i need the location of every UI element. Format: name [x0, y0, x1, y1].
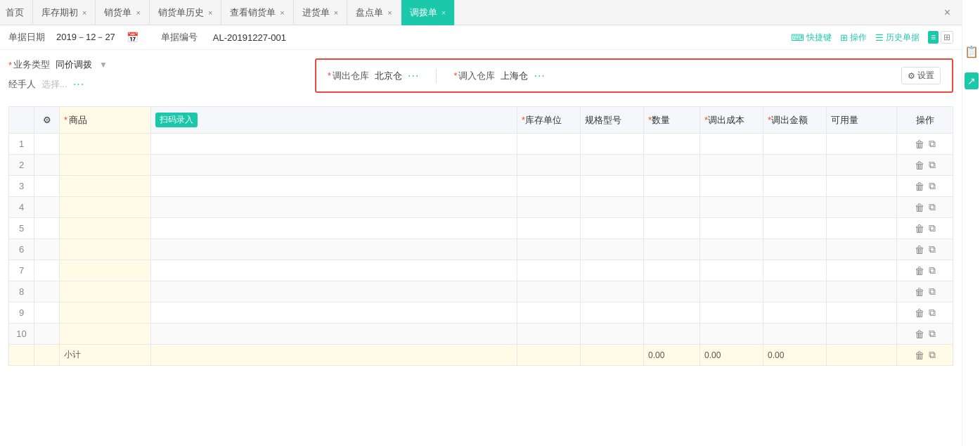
scan-entry-button[interactable]: 扫码录入 [155, 113, 198, 127]
grid-view-icon[interactable]: ⊞ [941, 31, 953, 44]
row-unit[interactable] [517, 324, 581, 345]
row-spec[interactable] [581, 176, 644, 197]
row-product[interactable] [60, 176, 151, 197]
row-product[interactable] [60, 239, 151, 260]
row-copy-icon[interactable]: ⧉ [929, 286, 936, 298]
row-unit[interactable] [517, 218, 581, 239]
row-copy-icon[interactable]: ⧉ [929, 222, 936, 234]
row-unit[interactable] [517, 239, 581, 260]
row-cost[interactable] [700, 176, 763, 197]
row-cost[interactable] [700, 260, 763, 281]
row-amount[interactable] [763, 197, 827, 218]
tab-sales-order[interactable]: 销货单 × [96, 0, 149, 25]
row-spec[interactable] [581, 197, 644, 218]
row-copy-icon[interactable]: ⧉ [929, 159, 936, 171]
row-delete-icon[interactable]: 🗑 [915, 139, 924, 150]
row-amount[interactable] [763, 155, 827, 176]
row-qty[interactable] [644, 134, 700, 155]
row-qty[interactable] [644, 324, 700, 345]
row-qty[interactable] [644, 239, 700, 260]
row-delete-icon[interactable]: 🗑 [915, 202, 924, 213]
window-close-button[interactable]: × [939, 6, 956, 19]
row-copy-icon[interactable]: ⧉ [929, 201, 936, 213]
tab-close-stock-init[interactable]: × [82, 8, 86, 17]
tab-close-purchase[interactable]: × [334, 8, 338, 17]
operations-btn[interactable]: ⊞ 操作 [840, 32, 867, 44]
tab-stock-init[interactable]: 库存期初 × [33, 0, 96, 25]
row-spec[interactable] [581, 324, 644, 345]
row-unit[interactable] [517, 176, 581, 197]
history-btn[interactable]: ☰ 历史单据 [875, 32, 920, 44]
row-spec[interactable] [581, 281, 644, 302]
row-qty[interactable] [644, 218, 700, 239]
row-amount[interactable] [763, 239, 827, 260]
row-qty[interactable] [644, 260, 700, 281]
tab-close-sales-order[interactable]: × [136, 8, 140, 17]
tab-inventory[interactable]: 盘点单 × [347, 0, 401, 25]
row-spec[interactable] [581, 302, 644, 324]
row-spec[interactable] [581, 260, 644, 281]
row-cost[interactable] [700, 302, 763, 324]
row-product[interactable] [60, 324, 151, 345]
view-toggle[interactable]: ≡ ⊞ [928, 31, 953, 44]
shortcuts-btn[interactable]: ⌨ 快捷键 [791, 32, 832, 44]
tab-transfer[interactable]: 调拨单 × [401, 0, 455, 25]
row-cost[interactable] [700, 155, 763, 176]
row-amount[interactable] [763, 302, 827, 324]
row-unit[interactable] [517, 197, 581, 218]
tab-close-inventory[interactable]: × [387, 8, 392, 17]
row-delete-icon[interactable]: 🗑 [915, 265, 924, 276]
subtotal-copy-icon[interactable]: ⧉ [929, 349, 936, 361]
person-select[interactable]: 选择... [41, 78, 67, 91]
row-qty[interactable] [644, 176, 700, 197]
row-copy-icon[interactable]: ⧉ [929, 180, 936, 192]
row-amount[interactable] [763, 260, 827, 281]
tab-close-view-sales[interactable]: × [280, 8, 284, 17]
settings-btn[interactable]: ⚙ 设置 [901, 67, 941, 84]
row-delete-icon[interactable]: 🗑 [915, 329, 924, 340]
row-copy-icon[interactable]: ⧉ [929, 243, 936, 255]
tab-home[interactable]: 首页 [6, 0, 33, 25]
person-more-btn[interactable]: ··· [73, 78, 84, 91]
row-unit[interactable] [517, 281, 581, 302]
row-delete-icon[interactable]: 🗑 [915, 286, 924, 298]
row-amount[interactable] [763, 218, 827, 239]
row-product[interactable] [60, 197, 151, 218]
row-qty[interactable] [644, 155, 700, 176]
subtotal-delete-icon[interactable]: 🗑 [915, 350, 924, 361]
business-type-dropdown-icon[interactable]: ▼ [99, 60, 108, 70]
tab-purchase[interactable]: 进货单 × [294, 0, 347, 25]
transfer-in-more-btn[interactable]: ··· [534, 70, 545, 82]
transfer-out-more-btn[interactable]: ··· [408, 70, 419, 82]
row-qty[interactable] [644, 302, 700, 324]
row-copy-icon[interactable]: ⧉ [929, 328, 936, 340]
row-unit[interactable] [517, 260, 581, 281]
row-unit[interactable] [517, 134, 581, 155]
row-cost[interactable] [700, 197, 763, 218]
row-cost[interactable] [700, 218, 763, 239]
row-amount[interactable] [763, 176, 827, 197]
row-spec[interactable] [581, 239, 644, 260]
row-product[interactable] [60, 281, 151, 302]
gear-icon[interactable]: ⚙ [43, 115, 51, 125]
row-delete-icon[interactable]: 🗑 [915, 244, 924, 255]
row-spec[interactable] [581, 134, 644, 155]
row-copy-icon[interactable]: ⧉ [929, 138, 936, 150]
tab-view-sales[interactable]: 查看销货单 × [221, 0, 293, 25]
sidebar-export-icon[interactable]: ↗ [965, 72, 979, 89]
calendar-icon[interactable]: 📅 [127, 32, 138, 43]
sidebar-note-icon[interactable]: 📋 [962, 42, 981, 61]
row-amount[interactable] [763, 134, 827, 155]
tab-sales-history[interactable]: 销货单历史 × [150, 0, 221, 25]
row-delete-icon[interactable]: 🗑 [915, 307, 924, 319]
row-unit[interactable] [517, 302, 581, 324]
date-value[interactable]: 2019－12－27 [56, 31, 115, 44]
business-type-select[interactable]: 同价调拨 ▼ [56, 58, 108, 71]
tab-close-sales-history[interactable]: × [208, 8, 212, 17]
row-delete-icon[interactable]: 🗑 [915, 223, 924, 234]
row-amount[interactable] [763, 324, 827, 345]
row-qty[interactable] [644, 197, 700, 218]
row-cost[interactable] [700, 134, 763, 155]
row-unit[interactable] [517, 155, 581, 176]
row-product[interactable] [60, 260, 151, 281]
